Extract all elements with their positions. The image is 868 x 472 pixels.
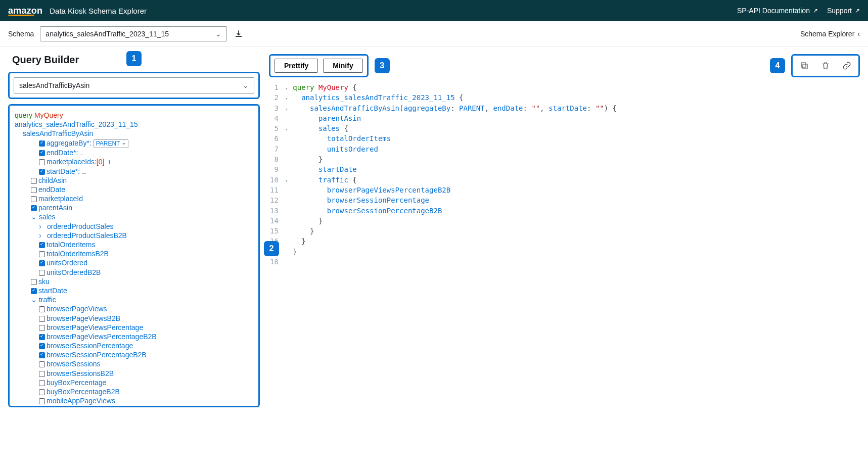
field-mobileAppPageViews[interactable]: mobileAppPageViews — [47, 397, 115, 405]
node-child[interactable]: salesAndTrafficByAsin — [23, 129, 93, 137]
toggle-orderedProductSalesB2B[interactable]: › — [39, 231, 45, 240]
arg-startDate[interactable]: startDate*: — [47, 167, 80, 175]
field-totalOrderItemsB2B[interactable]: totalOrderItemsB2B — [47, 250, 109, 258]
arg-startDate-input[interactable] — [82, 169, 86, 174]
field-sku[interactable]: sku — [38, 277, 50, 286]
cb-browserPageViews[interactable] — [39, 306, 45, 312]
field-orderedProductSalesB2B[interactable]: orderedProductSalesB2B — [47, 231, 127, 240]
field-endDate[interactable]: endDate — [38, 185, 65, 194]
cb-unitsOrderedB2B[interactable] — [39, 270, 45, 276]
cb-parentAsin[interactable] — [31, 205, 37, 211]
toggle-traffic[interactable]: ⌄ — [31, 295, 37, 304]
arg-marketplaceIds[interactable]: marketplaceIds: — [47, 158, 97, 166]
arg-aggregateBy-checkbox[interactable] — [39, 140, 45, 147]
cb-buyBoxPercentage[interactable] — [39, 380, 45, 386]
field-sales[interactable]: sales — [39, 213, 56, 221]
root-field-select-value: salesAndTrafficByAsin — [19, 81, 89, 89]
copy-button[interactable] — [795, 57, 814, 74]
root-field-select[interactable]: salesAndTrafficByAsin ⌄ — [14, 77, 254, 93]
cb-browserPageViewsPercentageB2B[interactable] — [39, 334, 45, 340]
arg-endDate-input[interactable] — [80, 150, 84, 155]
cb-endDate[interactable] — [31, 187, 37, 193]
field-traffic[interactable]: traffic — [39, 296, 56, 304]
arg-endDate-checkbox[interactable] — [39, 150, 45, 156]
app-title: Data Kiosk Schema Explorer — [50, 7, 147, 15]
field-totalOrderItems[interactable]: totalOrderItems — [47, 241, 95, 249]
field-browserSessionPercentage[interactable]: browserSessionPercentage — [47, 342, 133, 350]
field-unitsOrderedB2B[interactable]: unitsOrderedB2B — [47, 268, 101, 276]
cb-marketplaceId[interactable] — [31, 196, 37, 202]
arg-marketplaceIds-value: [0] — [97, 158, 105, 166]
toggle-orderedProductSales[interactable]: › — [39, 222, 45, 231]
arg-aggregateBy[interactable]: aggregateBy*: — [47, 139, 92, 147]
editor-actions — [791, 54, 860, 77]
cb-browserSessionPercentageB2B[interactable] — [39, 352, 45, 358]
amazon-logo: amazon — [8, 6, 42, 16]
cb-mobileAppPageViews[interactable] — [39, 398, 45, 404]
chevron-down-icon: ⌄ — [243, 81, 249, 89]
delete-button[interactable] — [816, 57, 835, 74]
amazon-logo-text: amazon — [8, 6, 42, 16]
field-browserPageViewsB2B[interactable]: browserPageViewsB2B — [47, 314, 120, 322]
cb-browserSessions[interactable] — [39, 361, 45, 367]
field-parentAsin[interactable]: parentAsin — [38, 204, 72, 212]
field-childAsin[interactable]: childAsin — [38, 176, 67, 184]
callout-1: 1 — [126, 51, 142, 66]
code-editor[interactable]: 1 ▾2 ▾3 ▾4 5 ▾6 7 8 9 10 ▾11 12 13 14 15… — [269, 82, 860, 267]
arg-startDate-checkbox[interactable] — [39, 169, 45, 175]
format-button-group: Prettify Minify — [269, 54, 369, 77]
cb-browserSessionPercentage[interactable] — [39, 343, 45, 349]
cb-sku[interactable] — [31, 279, 37, 285]
download-button[interactable] — [233, 28, 244, 39]
field-unitsOrdered[interactable]: unitsOrdered — [47, 259, 87, 267]
field-browserPageViews[interactable]: browserPageViews — [47, 305, 107, 313]
field-browserPageViewsPercentageB2B[interactable]: browserPageViewsPercentageB2B — [47, 333, 157, 341]
field-startDate[interactable]: startDate — [38, 287, 67, 295]
cb-totalOrderItemsB2B[interactable] — [39, 251, 45, 257]
link-support[interactable]: Support — [827, 7, 860, 15]
field-marketplaceId[interactable]: marketplaceId — [38, 195, 83, 203]
schema-label: Schema — [8, 30, 34, 38]
minify-button[interactable]: Minify — [323, 59, 362, 73]
query-tree[interactable]: query MyQuery analytics_salesAndTraffic_… — [8, 104, 260, 407]
field-browserSessionsB2B[interactable]: browserSessionsB2B — [47, 369, 114, 377]
cb-browserPageViewsB2B[interactable] — [39, 316, 45, 322]
cb-unitsOrdered[interactable] — [39, 260, 45, 266]
arg-endDate[interactable]: endDate*: — [47, 149, 78, 157]
field-buyBoxPercentage[interactable]: buyBoxPercentage — [47, 379, 106, 387]
toggle-sales[interactable]: ⌄ — [31, 212, 37, 221]
editor-code[interactable]: query MyQuery { analytics_salesAndTraffi… — [293, 82, 617, 267]
link-button[interactable] — [837, 57, 856, 74]
field-mobileAppPageViewsB2B[interactable]: mobileAppPageViewsB2B — [47, 406, 128, 407]
schema-select[interactable]: analytics_salesAndTraffic_2023_11_15 ⌄ — [40, 26, 227, 41]
cb-browserSessionsB2B[interactable] — [39, 371, 45, 377]
breadcrumb[interactable]: Schema Explorer ‹ — [800, 30, 860, 38]
editor-toolbar: Prettify Minify 3 4 — [269, 54, 860, 77]
cb-totalOrderItems[interactable] — [39, 242, 45, 248]
schema-select-value: analytics_salesAndTraffic_2023_11_15 — [45, 30, 169, 38]
callout-3: 3 — [375, 58, 390, 73]
node-root[interactable]: analytics_salesAndTraffic_2023_11_15 — [15, 120, 138, 128]
callout-4: 4 — [770, 58, 785, 73]
link-sp-api-docs-label: SP-API Documentation — [737, 7, 810, 15]
prettify-button[interactable]: Prettify — [275, 59, 318, 73]
svg-rect-0 — [803, 64, 807, 69]
query-name[interactable]: MyQuery — [34, 111, 63, 119]
field-orderedProductSales[interactable]: orderedProductSales — [47, 222, 114, 230]
field-buyBoxPercentageB2B[interactable]: buyBoxPercentageB2B — [47, 388, 120, 396]
cb-buyBoxPercentageB2B[interactable] — [39, 389, 45, 395]
field-browserPageViewsPercentage[interactable]: browserPageViewsPercentage — [47, 323, 143, 332]
cb-browserPageViewsPercentage[interactable] — [39, 325, 45, 331]
cb-startDate[interactable] — [31, 288, 37, 294]
chevron-down-icon: ⌄ — [215, 30, 221, 38]
arg-aggregateBy-value[interactable]: PARENT — [94, 139, 129, 149]
link-support-label: Support — [827, 7, 852, 15]
field-browserSessions[interactable]: browserSessions — [47, 360, 101, 368]
arg-marketplaceIds-checkbox[interactable] — [39, 159, 45, 165]
field-browserSessionPercentageB2B[interactable]: browserSessionPercentageB2B — [47, 351, 147, 359]
kw-query: query — [15, 111, 32, 119]
cb-childAsin[interactable] — [31, 178, 37, 184]
schema-bar: Schema analytics_salesAndTraffic_2023_11… — [0, 21, 868, 47]
add-marketplaceId-button[interactable]: + — [107, 158, 111, 166]
link-sp-api-docs[interactable]: SP-API Documentation — [737, 7, 818, 15]
